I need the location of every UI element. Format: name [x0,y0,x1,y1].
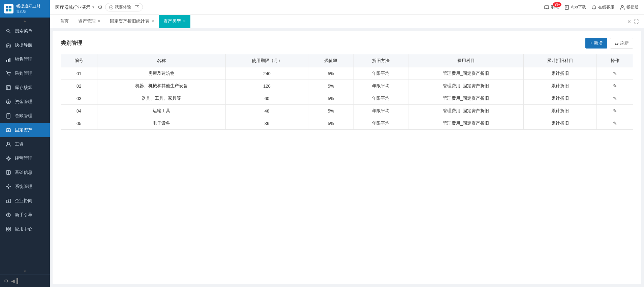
app-download-button[interactable]: App下载 [564,4,586,10]
collapse-sidebar-icon[interactable]: ◀▐ [11,278,18,284]
svg-rect-20 [9,199,10,203]
sidebar-item-fixed-assets[interactable]: 固定资产 [0,123,50,137]
sales-icon [5,56,11,62]
ledger-icon [5,113,11,119]
sidebar-footer: ⚙ ◀▐ [0,275,50,287]
cell-expense-2: 管理费用_固定资产折旧 [408,92,524,105]
sidebar-item-purchase[interactable]: 采购管理 [0,66,50,81]
logo-icon [4,4,13,13]
sidebar-label-inventory: 库存核算 [15,85,32,91]
sidebar-menu: 搜索菜单 快捷导航 销售管理 采购管理 库存核算 [0,24,50,268]
svg-point-10 [9,75,10,75]
tab-asset-type[interactable]: 资产类型 ✕ [159,15,190,28]
main-content: 类别管理 + 新增 刷新 编号 名称 使用期限（月） 残值率 折旧方法 费用科目… [53,31,641,284]
cell-expense-3: 管理费用_固定资产折旧 [408,105,524,117]
cell-action-4[interactable]: ✎ [597,117,633,130]
cell-action-1[interactable]: ✎ [597,80,633,92]
svg-point-22 [8,216,8,216]
sidebar-label-system: 系统管理 [15,184,32,190]
tab-asset-type-close[interactable]: ✕ [183,19,186,23]
cell-name-0: 房屋及建筑物 [97,67,226,80]
cell-method-4: 年限平均 [354,117,408,130]
sidebar-item-operations[interactable]: 经营管理 [0,151,50,165]
svg-rect-24 [9,227,10,229]
tab-depreciation-report-close[interactable]: ✕ [151,19,154,23]
col-months: 使用期限（月） [226,54,308,67]
cell-action-0[interactable]: ✎ [597,67,633,80]
cell-residual-0: 5% [308,67,354,80]
sidebar-item-guide[interactable]: 新手引导 [0,208,50,222]
cell-method-0: 年限平均 [354,67,408,80]
scroll-down-arrow[interactable]: ▼ [23,269,27,273]
refresh-button[interactable]: 刷新 [610,38,633,49]
tab-asset-type-label: 资产类型 [163,18,181,24]
messages-button[interactable]: 消息 99+ [544,4,559,10]
sidebar-item-ledger[interactable]: 总账管理 [0,109,50,123]
cell-action-3[interactable]: ✎ [597,105,633,117]
edit-icon-2[interactable]: ✎ [613,96,617,101]
edit-icon-3[interactable]: ✎ [613,108,617,114]
page-header: 类别管理 + 新增 刷新 [61,38,633,49]
sidebar-item-capital[interactable]: 资金管理 [0,95,50,109]
main-area: 医疗器械行业演示 ▼ ⚙ 我要体验一下 消息 99+ App下载 在线客服 [50,0,644,287]
cell-id-2: 03 [61,92,97,105]
sidebar-item-sales[interactable]: 销售管理 [0,52,50,66]
edit-icon-4[interactable]: ✎ [613,121,617,126]
sidebar-label-quick-nav: 快捷导航 [15,42,32,48]
sidebar-item-enterprise[interactable]: 企业协同 [0,194,50,208]
sidebar-item-app-center[interactable]: 应用中心 [0,222,50,236]
sidebar-item-payroll[interactable]: 工资 [0,137,50,151]
cell-action-2[interactable]: ✎ [597,92,633,105]
scroll-up-arrow[interactable]: ▲ [23,19,27,23]
tab-asset-management[interactable]: 资产管理 ✕ [73,15,105,28]
sidebar-item-quick-nav[interactable]: 快捷导航 [0,38,50,52]
company-name: 医疗器械行业演示 [55,4,90,10]
tab-asset-management-label: 资产管理 [78,18,96,24]
cell-accum-1: 累计折旧 [524,80,597,92]
edit-icon-1[interactable]: ✎ [613,83,617,89]
sidebar-item-system[interactable]: 系统管理 [0,180,50,194]
experience-button[interactable]: 我要体验一下 [105,3,143,11]
window-maximize-icon[interactable]: ⛶ [634,19,639,24]
user-name-label: 畅捷通 [626,4,639,10]
fixed-assets-icon [5,127,11,133]
col-residual: 残值率 [308,54,354,67]
user-profile-button[interactable]: 畅捷通 [620,4,639,10]
experience-label: 我要体验一下 [115,4,139,10]
category-table: 编号 名称 使用期限（月） 残值率 折旧方法 费用科目 累计折旧科目 操作 01… [61,54,633,130]
sidebar-item-search[interactable]: 搜索菜单 [0,24,50,38]
topbar: 医疗器械行业演示 ▼ ⚙ 我要体验一下 消息 99+ App下载 在线客服 [50,0,644,15]
sidebar-label-app-center: 应用中心 [15,226,32,232]
topbar-settings-icon[interactable]: ⚙ [98,4,102,10]
cell-name-1: 机器、机械和其他生产设备 [97,80,226,92]
svg-point-4 [7,29,9,32]
company-selector[interactable]: 医疗器械行业演示 ▼ [55,4,95,10]
refresh-label: 刷新 [620,40,629,46]
cell-method-2: 年限平均 [354,92,408,105]
sidebar-label-enterprise: 企业协同 [15,198,32,204]
sidebar-item-inventory[interactable]: 库存核算 [0,81,50,95]
svg-line-5 [9,32,10,33]
edit-icon-0[interactable]: ✎ [613,71,617,76]
sidebar-label-ledger: 总账管理 [15,113,32,119]
cell-months-3: 48 [226,105,308,117]
header-actions: + 新增 刷新 [585,38,633,49]
svg-rect-26 [9,229,10,231]
window-close-icon[interactable]: ✕ [627,19,631,24]
sidebar-item-basic-info[interactable]: 基础信息 [0,165,50,180]
tab-depreciation-report[interactable]: 固定资产折旧统计表 ✕ [105,15,159,28]
customer-service-button[interactable]: 在线客服 [591,4,614,10]
table-row: 03 器具、工具、家具等 60 5% 年限平均 管理费用_固定资产折旧 累计折旧… [61,92,633,105]
svg-rect-8 [9,58,10,62]
tab-home[interactable]: 首页 [55,15,73,28]
guide-icon [5,212,11,218]
settings-footer-icon[interactable]: ⚙ [4,278,8,284]
cell-name-4: 电子设备 [97,117,226,130]
cell-id-3: 04 [61,105,97,117]
new-button[interactable]: + 新增 [585,38,607,49]
svg-rect-23 [6,227,8,229]
messages-badge: 99+ [553,2,561,7]
tab-asset-management-close[interactable]: ✕ [98,19,100,23]
basic-info-icon [5,169,11,176]
sidebar-label-payroll: 工资 [15,141,24,147]
